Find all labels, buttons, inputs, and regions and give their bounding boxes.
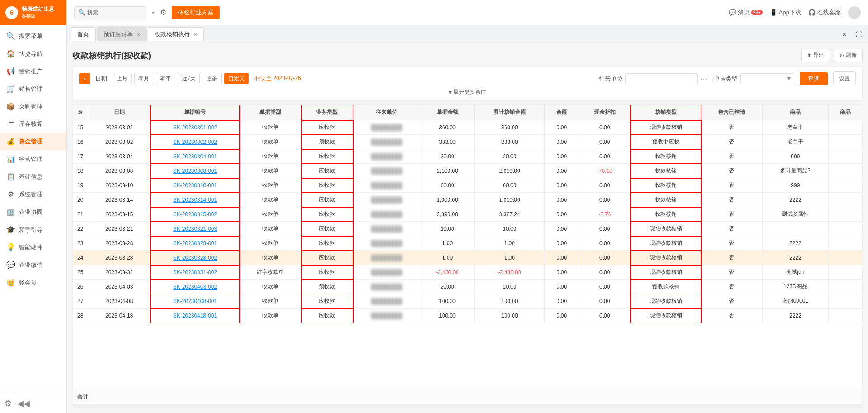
user-avatar[interactable] xyxy=(848,6,861,19)
tab-expand-button[interactable]: ⛶ xyxy=(854,29,864,40)
date-custom[interactable]: 自定义 xyxy=(224,73,249,84)
order-no-link[interactable]: SK-20230418-001 xyxy=(151,309,240,323)
table-scroll-area[interactable]: ⚙ 日期 单据编号 单据类型 业务类型 往来单位 单据金额 累计核销金额 余额 … xyxy=(73,105,862,390)
sidebar-icon-hardware: 💡 xyxy=(6,243,15,252)
sidebar-menu: 🔍搜索菜单🏠快捷导航📢营销推广🛒销售管理📦采购管理🗃库存核算💰资金管理📊经营管理… xyxy=(0,25,66,394)
sidebar-item-hardware[interactable]: 💡智能硬件 xyxy=(0,238,66,256)
sidebar-item-inventory[interactable]: 🗃库存核算 xyxy=(0,115,66,133)
message-icon: 💬 xyxy=(729,9,736,16)
tab-receipt-close[interactable]: ✕ xyxy=(193,32,197,37)
th-discount: 现金折扣 xyxy=(579,105,631,120)
table-header-row: ⚙ 日期 单据编号 单据类型 业务类型 往来单位 单据金额 累计核销金额 余额 … xyxy=(73,105,862,120)
sidebar-item-operations[interactable]: 📊经营管理 xyxy=(0,150,66,168)
search-input[interactable] xyxy=(87,9,142,16)
order-no-link[interactable]: SK-20230321-003 xyxy=(151,222,240,236)
order-no-link[interactable]: SK-20230304-001 xyxy=(151,149,240,164)
sidebar-item-weixin[interactable]: 💬企业微信 xyxy=(0,256,66,274)
date-this-year[interactable]: 本年 xyxy=(156,73,175,84)
settings-icon[interactable]: ⚙ xyxy=(5,399,12,408)
table-row: 18 2023-03-08 SK-20230308-001 收款单 应收款 ██… xyxy=(73,164,862,178)
dropdown-chevron-icon[interactable]: ▾ xyxy=(152,9,155,16)
order-no-link[interactable]: SK-20230408-001 xyxy=(151,294,240,309)
sidebar-icon-marketing: 📢 xyxy=(6,67,15,76)
th-goods2: 商品 xyxy=(829,105,862,120)
expand-more-button[interactable]: ▾ 展开更多条件 xyxy=(79,88,856,96)
table-row: 28 2023-04-18 SK-20230418-001 收款单 应收款 ██… xyxy=(73,309,862,323)
topbar-search-box[interactable]: 🔍 xyxy=(74,6,146,19)
app-logo: 6 畅康道好生意 标推版 xyxy=(0,0,66,25)
order-no-link[interactable]: SK-20230302-002 xyxy=(151,135,240,149)
sidebar-item-corp[interactable]: 🏢企业协同 xyxy=(0,203,66,221)
table-row: 15 2023-03-01 SK-20230301-002 收款单 应收款 ██… xyxy=(73,120,862,135)
horizontal-scrollbar[interactable] xyxy=(73,404,862,407)
partner-input[interactable] xyxy=(625,73,698,84)
tab-close-all-button[interactable]: ✕ xyxy=(839,29,850,40)
date-more[interactable]: 更多 xyxy=(203,73,222,84)
tab-home[interactable]: 首页 xyxy=(71,27,96,41)
data-table-wrapper: ⚙ 日期 单据编号 单据类型 业务类型 往来单位 单据金额 累计核销金额 余额 … xyxy=(72,104,863,408)
gear-icon[interactable]: ⚙ xyxy=(160,8,166,17)
partner-label: 往来单位 xyxy=(599,75,623,83)
sidebar-icon-sales: 🛒 xyxy=(6,85,15,93)
sidebar-item-system[interactable]: ⚙系统管理 xyxy=(0,185,66,203)
table-row: 24 2023-03-28 SK-20230328-002 收款单 应收款 ██… xyxy=(73,251,862,265)
sidebar-item-sales[interactable]: 🛒销售管理 xyxy=(0,80,66,98)
order-no-link[interactable]: SK-20230328-002 xyxy=(151,251,240,265)
date-this-month[interactable]: 本月 xyxy=(134,73,153,84)
phone-icon: 📱 xyxy=(770,9,777,16)
th-partner: 往来单位 xyxy=(353,105,420,120)
tab-prepay-close[interactable]: ✕ xyxy=(137,32,140,37)
collapse-icon[interactable]: ◀◀ xyxy=(17,399,30,408)
table-row: 25 2023-03-31 SK-20230331-002 红字收款单 应收款 … xyxy=(73,265,862,280)
solution-button[interactable]: 体验行业方案 xyxy=(172,6,220,19)
sidebar-icon-search: 🔍 xyxy=(6,32,15,40)
sidebar-item-finance[interactable]: 💰资金管理 xyxy=(0,133,66,150)
date-range-display: 不限 至 2023-07-26 xyxy=(254,75,301,82)
sidebar-item-purchase[interactable]: 📦采购管理 xyxy=(0,98,66,115)
sidebar-item-shortcut[interactable]: 🏠快捷导航 xyxy=(0,45,66,62)
sidebar-icon-guide: 🎓 xyxy=(6,225,15,234)
order-no-link[interactable]: SK-20230314-001 xyxy=(151,193,240,207)
query-button[interactable]: 查询 xyxy=(800,72,828,85)
date-7days[interactable]: 近7天 xyxy=(178,73,200,84)
order-no-link[interactable]: SK-20230315-002 xyxy=(151,207,240,222)
online-service-button[interactable]: 🎧 在线客服 xyxy=(808,9,841,17)
tab-receipt[interactable]: 收款核销执行 ✕ xyxy=(148,27,204,41)
sidebar-item-guide[interactable]: 🎓新手引导 xyxy=(0,221,66,238)
sidebar-item-member[interactable]: 👑畅会员 xyxy=(0,274,66,291)
th-date: 日期 xyxy=(88,105,151,120)
app-download-button[interactable]: 📱 App下载 xyxy=(770,9,801,17)
sidebar-icon-corp: 🏢 xyxy=(6,208,15,216)
tab-prepay[interactable]: 预订应付单 ✕ xyxy=(97,27,147,41)
order-no-link[interactable]: SK-20230403-002 xyxy=(151,280,240,294)
refresh-button[interactable]: ↻ 刷新 xyxy=(834,49,863,62)
page-actions: ⬆ 导出 ↻ 刷新 xyxy=(801,49,863,62)
sidebar-icon-system: ⚙ xyxy=(6,190,15,199)
filter-expand-button[interactable]: » xyxy=(79,73,90,84)
sidebar-icon-base: 📋 xyxy=(6,172,15,181)
order-no-link[interactable]: SK-20230310-001 xyxy=(151,178,240,193)
th-settings[interactable]: ⚙ xyxy=(73,105,88,120)
date-last-month[interactable]: 上月 xyxy=(113,73,132,84)
export-button[interactable]: ⬆ 导出 xyxy=(801,49,830,62)
chevron-down-icon: ▾ xyxy=(449,89,452,95)
order-no-link[interactable]: SK-20230331-002 xyxy=(151,265,240,280)
sidebar-item-search[interactable]: 🔍搜索菜单 xyxy=(0,27,66,45)
message-button[interactable]: 💬 消息 99+ xyxy=(729,9,763,17)
sidebar-item-base[interactable]: 📋基础信息 xyxy=(0,168,66,185)
sidebar-icon-inventory: 🗃 xyxy=(6,120,15,128)
table-row: 17 2023-03-04 SK-20230304-001 收款单 应收款 ██… xyxy=(73,149,862,164)
order-no-link[interactable]: SK-20230308-001 xyxy=(151,164,240,178)
sidebar-item-marketing[interactable]: 📢营销推广 xyxy=(0,62,66,80)
th-bill-type: 单据类型 xyxy=(240,105,301,120)
refresh-icon: ↻ xyxy=(840,52,844,59)
sidebar-bottom[interactable]: ⚙ ◀◀ xyxy=(0,394,66,413)
order-no-link[interactable]: SK-20230301-002 xyxy=(151,120,240,135)
table-row: 26 2023-04-03 SK-20230403-002 收款单 预收款 ██… xyxy=(73,280,862,294)
order-no-link[interactable]: SK-20230328-001 xyxy=(151,236,240,251)
filter-settings-button[interactable]: 设置 xyxy=(833,71,856,85)
type-select[interactable] xyxy=(740,73,794,84)
partner-dots[interactable]: ··· xyxy=(700,75,708,82)
th-order-no: 单据编号 xyxy=(151,105,240,120)
tabs-bar: 首页 预订应付单 ✕ 收款核销执行 ✕ ✕ ⛶ xyxy=(67,25,868,43)
